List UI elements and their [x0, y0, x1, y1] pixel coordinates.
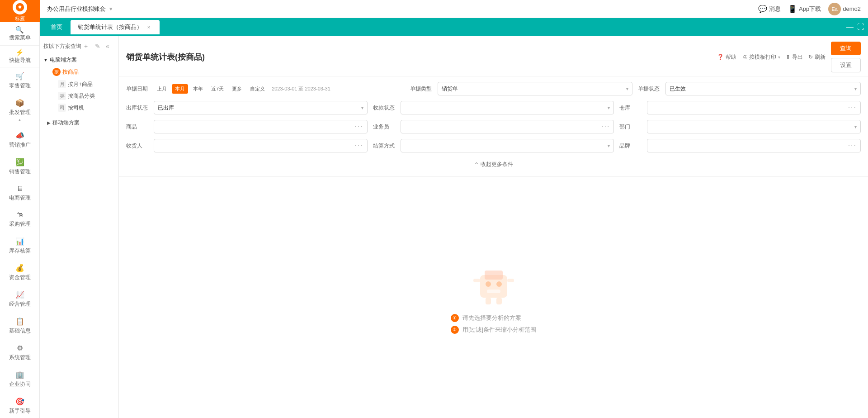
warehouse-control[interactable]: ···: [647, 101, 861, 114]
purchase-icon: 🛍: [16, 211, 24, 219]
hint1-text: 请先选择要分析的方案: [462, 314, 521, 322]
collapse-bar[interactable]: ⌃ 收起更多条件: [126, 158, 861, 171]
tab-maximize-icon[interactable]: ⛶: [857, 23, 864, 31]
collapse-panel-button[interactable]: «: [106, 42, 115, 51]
print-action[interactable]: 🖨 按模板打印 ▾: [742, 53, 780, 61]
refresh-action[interactable]: ↻ 刷新: [808, 53, 826, 61]
sidebar-item-label: 营销推广: [9, 141, 31, 149]
sidebar-quick-nav[interactable]: ⚡ 快捷导航: [0, 46, 39, 67]
query-button[interactable]: 查询: [831, 42, 861, 55]
message-icon: 💬: [758, 5, 767, 13]
app-logo[interactable]: 标雁: [0, 0, 40, 22]
scheme-driver-label: 按司机: [68, 104, 84, 112]
filter-out-status: 出库状态 已出库 ▾: [126, 101, 368, 114]
date-last-month[interactable]: 上月: [154, 84, 170, 94]
payment-label: 结算方式: [373, 142, 398, 150]
industry-dropdown-icon[interactable]: ▾: [109, 5, 113, 12]
tab-minimize-icon[interactable]: —: [846, 23, 854, 31]
user-action[interactable]: Ea demo2: [828, 3, 861, 15]
collapse-icon: «: [106, 43, 115, 50]
sidebar-item-finance[interactable]: 💰 资金管理: [0, 259, 39, 286]
doc-type-label: 单据类型: [410, 85, 435, 93]
marketing-icon: 📣: [15, 131, 24, 140]
add-scheme-button[interactable]: +: [84, 42, 93, 51]
sidebar-item-inventory[interactable]: 📊 库存核算: [0, 233, 39, 259]
date-this-year[interactable]: 本年: [190, 84, 206, 94]
settings-button[interactable]: 设置: [831, 58, 861, 72]
brand-dots: ···: [848, 142, 857, 150]
sidebar-item-purchase[interactable]: 🛍 采购管理: [0, 206, 39, 233]
out-status-control[interactable]: 已出库 ▾: [154, 101, 368, 114]
scheme-by-driver[interactable]: 司 按司机: [40, 102, 118, 114]
chevron-right-icon: ▶: [47, 120, 51, 125]
tab-close-icon[interactable]: ×: [145, 24, 152, 31]
date-last-7days[interactable]: 近7天: [208, 84, 227, 94]
sidebar-item-marketing[interactable]: 📣 营销推广: [0, 127, 39, 153]
doc-type-control[interactable]: 销货单 ▾: [438, 82, 633, 95]
app-download-label: App下载: [799, 5, 821, 13]
mobile-group-header[interactable]: ▶ 移动端方案: [40, 117, 118, 128]
sidebar-item-sales[interactable]: 💹 销售管理: [0, 153, 39, 180]
product-dots: ···: [354, 123, 363, 131]
user-avatar: Ea: [828, 3, 841, 15]
receiver-dots: ···: [354, 142, 363, 150]
svg-point-4: [486, 281, 491, 287]
warehouse-label: 仓库: [619, 104, 644, 112]
edit-scheme-button[interactable]: ✎: [95, 42, 104, 51]
date-range-text: 2023-03-01 至 2023-03-31: [272, 86, 330, 92]
sidebar-item-enterprise[interactable]: 🏢 企业协同: [0, 366, 39, 393]
date-this-month[interactable]: 本月: [172, 84, 188, 94]
retail-icon: 🛒: [15, 72, 24, 81]
finance-icon: 💰: [15, 264, 24, 272]
receipt-status-chevron: ▾: [608, 105, 610, 110]
help-icon: ❓: [717, 54, 724, 60]
filter-brand: 品牌 ···: [619, 139, 861, 152]
dept-control[interactable]: ▾: [647, 120, 861, 133]
scheme-by-category[interactable]: 类 按商品分类: [40, 90, 118, 102]
doc-status-control[interactable]: 已生效 ▾: [665, 82, 861, 95]
brand-control[interactable]: ···: [647, 139, 861, 152]
sidebar-item-wholesale[interactable]: 📦 批发管理 ▲: [0, 94, 39, 127]
filter-receipt-status: 收款状态 ▾: [373, 101, 614, 114]
scheme-by-month-product[interactable]: 月 按月+商品: [40, 78, 118, 90]
left-panel-header: 按以下方案查询 + ✎ «: [40, 40, 118, 52]
help-action[interactable]: ❓ 帮助: [717, 53, 736, 61]
filter-product: 商品 ···: [126, 120, 368, 133]
tab-sales-stat[interactable]: 销货单统计表（按商品） ×: [71, 20, 160, 34]
receipt-status-control[interactable]: ▾: [401, 101, 614, 114]
brand-label: 品牌: [619, 142, 644, 150]
salesperson-control[interactable]: ···: [401, 120, 614, 133]
svg-rect-7: [486, 298, 491, 304]
sidebar-item-operations[interactable]: 📈 经营管理: [0, 286, 39, 313]
scheme-by-product[interactable]: 按 按商品: [40, 66, 118, 78]
filter-salesperson: 业务员 ···: [373, 120, 614, 133]
empty-illustration: [471, 261, 516, 307]
date-more[interactable]: 更多: [229, 84, 245, 94]
filter-row-1: 单据日期 上月 本月 本年 近7天 更多 自定义 2023-03-01 至 20…: [126, 82, 861, 95]
app-download-action[interactable]: 📱 App下载: [788, 5, 821, 13]
payment-control[interactable]: ▾: [401, 139, 614, 152]
sidebar-search[interactable]: 🔍 搜索菜单: [0, 22, 39, 46]
tab-home-label: 首页: [51, 23, 62, 31]
sidebar-item-label: 采购管理: [9, 220, 31, 228]
filter-dept: 部门 ▾: [619, 120, 861, 133]
sidebar-item-label: 销售管理: [9, 168, 31, 176]
sidebar-item-label: 系统管理: [9, 354, 31, 361]
top-header: 办公用品行业模拟账套 ▾ 💬 消息 📱 App下载 Ea demo2: [40, 0, 868, 18]
salesperson-label: 业务员: [373, 123, 398, 131]
tab-home[interactable]: 首页: [43, 20, 70, 34]
export-action[interactable]: ⬆ 导出: [786, 53, 803, 61]
basic-icon: 📋: [15, 317, 24, 326]
sidebar-item-ecommerce[interactable]: 🖥 电商管理: [0, 180, 39, 206]
product-control[interactable]: ···: [154, 120, 368, 133]
desktop-group-header[interactable]: ▼ 电脑端方案: [40, 54, 118, 66]
print-dropdown-icon: ▾: [778, 55, 780, 60]
date-custom[interactable]: 自定义: [247, 84, 268, 94]
sidebar-item-newbie[interactable]: 🎯 新手引导: [0, 393, 39, 418]
sidebar-item-basic[interactable]: 📋 基础信息: [0, 313, 39, 339]
sidebar-item-retail[interactable]: 🛒 零售管理: [0, 67, 39, 94]
message-action[interactable]: 💬 消息: [758, 5, 781, 13]
date-label: 单据日期: [126, 85, 151, 93]
receiver-control[interactable]: ···: [154, 139, 368, 152]
sidebar-item-system[interactable]: ⚙ 系统管理: [0, 339, 39, 366]
